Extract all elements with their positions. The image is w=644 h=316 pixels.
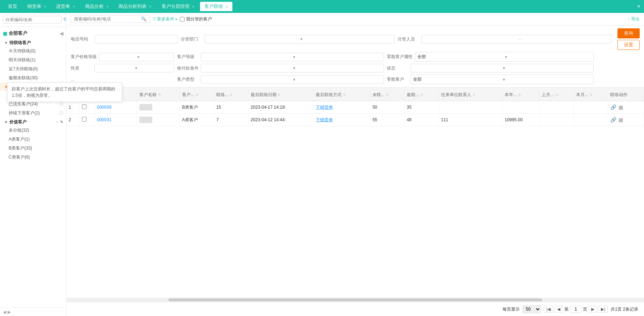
- nav-tab-customer-contact[interactable]: 客户联络 ×: [200, 2, 232, 11]
- close-icon[interactable]: ×: [44, 4, 46, 9]
- th-customer-type[interactable]: 客户... ⇅: [180, 89, 214, 101]
- nav-tab-customer-segment[interactable]: 客户分层经营 ×: [157, 2, 199, 11]
- arrow-icon: ▼: [4, 41, 8, 45]
- per-page-label: 每页显示: [502, 306, 520, 312]
- scrollbar-thumb[interactable]: [168, 298, 542, 301]
- th-overdue[interactable]: 逾期... ⇅: [404, 89, 439, 101]
- customer-type-dropdown[interactable]: ▾: [201, 75, 384, 84]
- dept-dropdown[interactable]: ▾: [204, 35, 395, 43]
- chevron-down-icon: ▾: [503, 66, 591, 71]
- nav-tab-home[interactable]: 首页: [4, 2, 22, 11]
- sidebar-item-7days[interactable]: 近7天待联络(0): [0, 65, 66, 74]
- th-this-month[interactable]: 本月... ⇅: [574, 89, 608, 101]
- sort-icon: ⇅: [555, 93, 558, 97]
- close-icon[interactable]: ×: [192, 4, 194, 9]
- status-dropdown[interactable]: ▾: [411, 64, 594, 72]
- total-records-label: 共1页 2条记录: [611, 306, 638, 312]
- filter-row-2: 客户价格等级 ▾ 客户等级 ▾ 零散客户属性 全部: [71, 52, 640, 62]
- manager-dropdown[interactable]: ···: [421, 35, 612, 43]
- sort-icon: ⇅: [230, 93, 232, 97]
- more-dots-button[interactable]: ...: [71, 77, 174, 82]
- nav-arrow-right[interactable]: ▶: [8, 310, 11, 315]
- sidebar-bottom: ◀ ▶: [0, 307, 66, 316]
- row-this-month: [574, 101, 608, 114]
- nav-tab-purchase[interactable]: 进货单 ×: [52, 2, 79, 11]
- sidebar-item-tomorrow[interactable]: 明天待联络(1): [0, 56, 66, 65]
- price-level-dropdown[interactable]: ▾: [99, 53, 174, 61]
- top-nav: 首页 销货单 × 进货单 × 商品分析 × 商品分析列表 × 客户分层经营 × …: [0, 0, 644, 13]
- export-button[interactable]: ↑ 导出: [628, 16, 640, 22]
- prev-page-button[interactable]: ◀: [555, 306, 563, 313]
- th-this-year[interactable]: 本年... ⇅: [502, 89, 539, 101]
- close-icon[interactable]: ×: [106, 4, 108, 9]
- my-customer-checkbox-label[interactable]: 我分管的客户: [180, 16, 212, 22]
- row-checkbox[interactable]: [79, 101, 95, 114]
- row-contact-count: 15: [214, 101, 248, 114]
- first-page-button[interactable]: |◀: [544, 306, 553, 313]
- th-name[interactable]: 客户名称 ⇅: [137, 89, 180, 101]
- retail-customer-dropdown[interactable]: 全部 ▾: [411, 75, 594, 84]
- sidebar-item-a-class[interactable]: A类客户(1): [0, 135, 66, 144]
- filter-customer-type: 客户类型 ▾: [177, 75, 384, 84]
- query-button[interactable]: 查询: [617, 28, 640, 38]
- more-conditions-button[interactable]: ▽ 更多条件 ▾: [153, 16, 177, 22]
- page-label: 第: [564, 306, 569, 312]
- gender-dropdown[interactable]: ▾: [94, 64, 174, 72]
- close-icon[interactable]: ×: [226, 4, 228, 9]
- row-checkbox[interactable]: [79, 114, 95, 126]
- filter-gender: 性质 ▾: [71, 64, 174, 72]
- arrow-icon: ▼: [4, 120, 8, 124]
- sidebar-item-today[interactable]: 今天待联络(0): [0, 47, 66, 56]
- row-contact-count: 7: [214, 114, 248, 126]
- nav-tab-sales[interactable]: 销货单 ×: [23, 2, 50, 11]
- sidebar-item-c-class[interactable]: C类客户(6): [0, 153, 66, 162]
- customer-level-dropdown[interactable]: ▾: [201, 53, 384, 61]
- of-label: 页: [583, 306, 587, 312]
- nav-arrow-left[interactable]: ◀: [3, 310, 6, 315]
- close-icon[interactable]: ×: [73, 4, 75, 9]
- grid-action-icon[interactable]: ▦: [618, 117, 623, 123]
- sidebar-section-value[interactable]: ▼ 价值客户 ○ ✎: [0, 118, 66, 126]
- grid-action-icon[interactable]: ▦: [618, 104, 623, 110]
- row-name: [137, 114, 180, 126]
- per-page-select[interactable]: 102050100: [523, 305, 541, 313]
- retail-attr-dropdown[interactable]: 全部 ▾: [415, 52, 594, 62]
- sidebar-item-declining[interactable]: 持续下滑客户(2) ⓘ: [0, 109, 66, 118]
- last-page-button[interactable]: ▶|: [598, 306, 608, 313]
- row-last-contact-method[interactable]: 下销货单: [314, 114, 370, 126]
- search-icon[interactable]: 🔍: [63, 17, 66, 22]
- row-this-month: [574, 114, 608, 126]
- page-input[interactable]: [570, 306, 582, 313]
- th-last-contact-method[interactable]: 最后联络方式 ⇅: [314, 89, 370, 101]
- th-uncontacted[interactable]: 未联... ⇅: [370, 89, 404, 101]
- nav-tab-product-analysis[interactable]: 商品分析 ×: [81, 2, 113, 11]
- th-last-month[interactable]: 上月... ⇅: [539, 89, 574, 101]
- window-close-button[interactable]: ×: [637, 3, 640, 10]
- horizontal-scrollbar[interactable]: [66, 298, 644, 302]
- close-icon[interactable]: ×: [149, 4, 151, 9]
- search-input[interactable]: [74, 16, 140, 22]
- my-customer-checkbox[interactable]: [180, 17, 185, 22]
- th-contacts[interactable]: 往来单位联系人 ⇅: [439, 89, 502, 101]
- payment-dropdown[interactable]: ▾: [201, 64, 384, 72]
- nav-tab-product-list[interactable]: 商品分析列表 ×: [114, 2, 156, 11]
- edit-icon[interactable]: ○: [56, 120, 59, 124]
- settings-button[interactable]: 设置: [617, 40, 640, 50]
- settings-icon[interactable]: ✎: [60, 120, 63, 124]
- phone-input[interactable]: [94, 35, 178, 43]
- sidebar-item-ungrouped[interactable]: 未分组(32): [0, 126, 66, 135]
- row-last-contact-method[interactable]: 下销货单: [314, 101, 370, 114]
- sidebar-item-overdue[interactable]: 逾期未联络(30): [0, 74, 66, 82]
- table-row: 2 000031 A类客户 7 2023-04-12 14:44: 下销货单 5…: [66, 114, 644, 126]
- th-last-contact-date[interactable]: 最后联络日期 ⇅: [248, 89, 314, 101]
- sidebar-search-input[interactable]: [3, 16, 62, 24]
- search-icon[interactable]: 🔍: [141, 16, 147, 22]
- link-icon[interactable]: 🔗: [610, 117, 616, 123]
- sidebar-section-pending[interactable]: ▼ 待联络客户: [0, 38, 66, 47]
- filter-retail-attr: 零散客户属性 全部 ▾: [387, 52, 594, 62]
- sidebar-item-all-customers[interactable]: ▦ 全部客户 ◀: [0, 28, 66, 38]
- th-contact-count[interactable]: 联络... ⇅: [214, 89, 248, 101]
- sidebar-item-b-class[interactable]: B类客户(33): [0, 144, 66, 153]
- link-icon[interactable]: 🔗: [610, 104, 616, 110]
- next-page-button[interactable]: ▶: [589, 306, 597, 313]
